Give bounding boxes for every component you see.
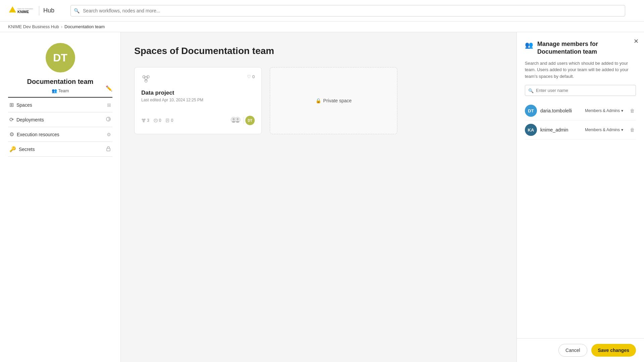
member-item: DT daria.tombolelli Members & Admins ▾ 🗑 — [525, 101, 636, 120]
panel-title: Manage members for Documentation team — [537, 40, 636, 56]
team-type-row: 👥 Team — [52, 88, 69, 93]
sidebar-item-deployments[interactable]: ⟳ Deployments — [8, 112, 112, 127]
sidebar-item-execution-resources[interactable]: ⚙ Execution resources ⚙ — [8, 127, 112, 142]
svg-point-24 — [233, 118, 235, 120]
header: Open for Innovation KNIME Hub 🔍 — [0, 0, 644, 21]
panel-close-button[interactable]: ✕ — [634, 38, 639, 45]
lock-icon: 🔒 — [315, 98, 321, 103]
secrets-icon: 🔑 — [9, 146, 16, 152]
sidebar-item-secrets-label: Secrets — [19, 147, 35, 152]
spaces-nav-icon: ⊞ — [107, 102, 111, 108]
panel-header: 👥 Manage members for Documentation team — [517, 32, 644, 56]
svg-point-18 — [154, 119, 157, 122]
search-bar[interactable]: 🔍 — [70, 5, 625, 16]
sidebar: DT Documentation team 👥 Team ✏️ ⊞ Spaces… — [0, 32, 121, 362]
chevron-down-icon-knime-admin: ▾ — [621, 127, 623, 132]
member-role-daria[interactable]: Members & Admins ▾ — [583, 107, 625, 114]
team-name: Documentation team — [27, 78, 94, 86]
space-card-icon — [141, 74, 151, 86]
files-stat: 0 — [165, 118, 173, 123]
member-avatar-knime-admin: KA — [525, 124, 537, 136]
secrets-nav-icon — [106, 146, 111, 152]
member-list: DT daria.tombolelli Members & Admins ▾ 🗑… — [517, 99, 644, 338]
sidebar-item-secrets[interactable]: 🔑 Secrets — [8, 142, 112, 157]
member-role-label-daria: Members & Admins — [585, 108, 620, 113]
files-count: 0 — [171, 118, 173, 123]
svg-rect-5 — [107, 148, 110, 151]
member-avatar-daria: DT — [525, 105, 537, 117]
members-avatars-icon — [230, 116, 242, 124]
team-icon: 👥 — [52, 88, 57, 93]
svg-point-25 — [232, 121, 235, 123]
member-delete-daria[interactable]: 🗑 — [629, 107, 636, 115]
team-avatar: DT — [46, 43, 75, 72]
svg-text:KNIME: KNIME — [17, 9, 29, 13]
jobs-stat: 0 — [153, 118, 161, 123]
panel-footer: Cancel Save changes — [517, 338, 644, 362]
save-changes-button[interactable]: Save changes — [591, 344, 636, 357]
page-title: Spaces of Documentation team — [134, 46, 503, 56]
cancel-button[interactable]: Cancel — [558, 344, 587, 357]
member-item: KA knime_admin Members & Admins ▾ 🗑 — [525, 120, 636, 140]
chevron-down-icon-daria: ▾ — [621, 108, 623, 113]
edit-team-button[interactable]: ✏️ — [106, 85, 112, 92]
logo-area: Open for Innovation KNIME Hub — [8, 4, 54, 17]
member-name-knime-admin: knime_admin — [540, 127, 580, 133]
space-card-title: Data project — [141, 90, 255, 96]
sidebar-item-execution-label: Execution resources — [17, 132, 59, 137]
space-card-avatars: DT — [230, 116, 255, 125]
search-icon: 🔍 — [74, 8, 80, 13]
member-delete-knime-admin[interactable]: 🗑 — [629, 126, 636, 134]
svg-point-27 — [237, 118, 239, 120]
panel-manage-icon: 👥 — [525, 41, 533, 49]
content-area: Spaces of Documentation team ♡ 0 Data pr… — [121, 32, 516, 362]
main-layout: DT Documentation team 👥 Team ✏️ ⊞ Spaces… — [0, 32, 644, 362]
spaces-icon: ⊞ — [9, 102, 14, 108]
spaces-grid: ♡ 0 Data project Last edited Apr 10, 202… — [134, 67, 503, 134]
breadcrumb-current: Documentation team — [64, 24, 105, 29]
sidebar-item-spaces[interactable]: ⊞ Spaces ⊞ — [8, 98, 112, 112]
likes-count: 0 — [252, 74, 255, 79]
deployments-icon: ⟳ — [9, 116, 14, 123]
knime-logo: Open for Innovation KNIME — [8, 4, 35, 17]
workflows-stat: 3 — [141, 118, 149, 123]
jobs-count: 0 — [159, 118, 161, 123]
space-card-date: Last edited Apr 10, 2024 12:25 PM — [141, 98, 255, 102]
member-role-label-knime-admin: Members & Admins — [585, 127, 620, 132]
panel-search-input[interactable] — [525, 85, 636, 96]
private-space-label: 🔒 Private space — [315, 98, 352, 103]
svg-point-28 — [236, 121, 239, 123]
member-role-knime-admin[interactable]: Members & Admins ▾ — [583, 126, 625, 134]
sidebar-item-deployments-label: Deployments — [16, 117, 44, 122]
space-card-data-project[interactable]: ♡ 0 Data project Last edited Apr 10, 202… — [134, 67, 262, 134]
panel-search-icon: 🔍 — [528, 88, 534, 93]
hub-label: Hub — [43, 7, 54, 14]
execution-nav-icon: ⚙ — [107, 132, 111, 137]
panel-search[interactable]: 🔍 — [525, 85, 636, 96]
sidebar-item-spaces-label: Spaces — [16, 102, 32, 108]
create-space-card[interactable]: 🔒 Private space — [270, 67, 397, 134]
deployments-nav-icon — [106, 116, 111, 123]
execution-resources-icon: ⚙ — [9, 131, 14, 138]
member-name-daria: daria.tombolelli — [540, 108, 580, 113]
workflow-count: 3 — [147, 118, 149, 123]
breadcrumb: KNIME Dev Business Hub › Documentation t… — [0, 21, 644, 32]
panel-description: Search and add users which should be add… — [517, 56, 644, 80]
search-input[interactable] — [70, 5, 625, 16]
space-card-likes[interactable]: ♡ 0 — [247, 74, 255, 79]
team-type-label: Team — [58, 88, 69, 93]
breadcrumb-separator: › — [61, 24, 62, 29]
heart-icon: ♡ — [247, 74, 251, 79]
space-card-stats: 3 0 0 — [141, 118, 173, 123]
owner-avatar: DT — [245, 116, 255, 125]
sidebar-nav: ⊞ Spaces ⊞ ⟳ Deployments ⚙ Execution res… — [8, 97, 112, 157]
avatar-divider — [244, 117, 244, 124]
breadcrumb-parent[interactable]: KNIME Dev Business Hub — [8, 24, 59, 29]
logo-divider — [39, 6, 39, 15]
right-panel: ✕ 👥 Manage members for Documentation tea… — [516, 32, 644, 362]
